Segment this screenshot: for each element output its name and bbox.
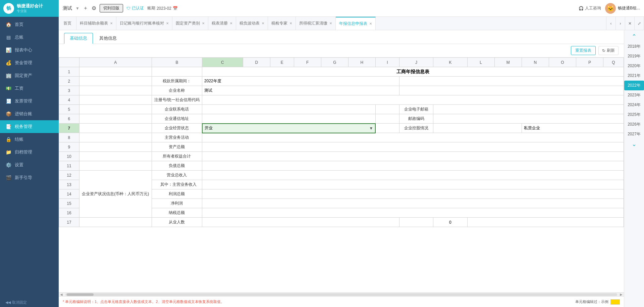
cell-I17[interactable] <box>399 218 433 227</box>
year-item-2025[interactable]: 2025年 <box>624 110 644 120</box>
col-header-A[interactable]: A <box>79 58 152 67</box>
col-header-G[interactable]: G <box>321 58 348 67</box>
cell-A8[interactable] <box>79 133 152 142</box>
cell-A4[interactable] <box>79 95 152 105</box>
calendar-icon[interactable]: 📅 <box>173 6 178 11</box>
cell-B14[interactable]: 利润总额 <box>152 189 202 199</box>
cell-C6[interactable] <box>202 114 376 124</box>
tab-income-tax[interactable]: 所得税汇算清缴 ✕ <box>296 17 336 30</box>
cell-B11[interactable]: 负债总额 <box>152 161 202 171</box>
switch-old-version-button[interactable]: 切到旧版 <box>100 4 123 12</box>
cell-A11[interactable] <box>79 161 152 171</box>
col-header-E[interactable]: E <box>270 58 294 67</box>
tab-close-icon[interactable]: ✕ <box>369 22 372 26</box>
sidebar-item-invoice[interactable]: 🧾 发票管理 <box>0 95 59 107</box>
cell-J7[interactable]: 企业控股情况 <box>399 124 433 133</box>
tab-next-btn[interactable]: › <box>616 17 625 30</box>
cell-B12[interactable]: 营业总收入 <box>152 171 202 180</box>
sidebar-item-asset[interactable]: 🏢 固定资产 <box>0 69 59 82</box>
tab-expand-btn[interactable]: ⤢ <box>635 17 644 30</box>
tab-close-icon[interactable]: ✕ <box>329 21 332 25</box>
sidebar-item-payroll[interactable]: 💵 工资 <box>0 82 59 95</box>
dropdown-arrow-icon[interactable]: ▼ <box>75 6 79 11</box>
tab-close-icon[interactable]: ✕ <box>289 21 292 25</box>
sidebar-item-fund[interactable]: 💰 资金管理 <box>0 56 59 69</box>
cell-C14[interactable] <box>202 189 624 199</box>
user-menu[interactable]: 🐱 畅捷通B组... <box>605 3 640 14</box>
tab-journal[interactable]: 日记账与银行对账单核对 ✕ <box>116 17 172 30</box>
cell-B2[interactable]: 税款所属期间： <box>152 77 202 86</box>
year-item-2026[interactable]: 2026年 <box>624 120 644 129</box>
col-header-O[interactable]: O <box>549 58 576 67</box>
sidebar-item-home[interactable]: 🏠 首页 <box>0 18 59 31</box>
col-header-F[interactable]: F <box>294 58 321 67</box>
col-header-D[interactable]: D <box>243 58 270 67</box>
year-panel-down-btn[interactable]: ⌄ <box>630 139 638 149</box>
col-header-C[interactable]: C <box>202 58 243 67</box>
tab-aux-balance[interactable]: 科目辅助余额表 ✕ <box>76 17 116 30</box>
cell-B15[interactable]: 净利润 <box>152 199 202 208</box>
cell-C9[interactable] <box>202 142 624 152</box>
sidebar-item-archive[interactable]: 📁 归档管理 <box>0 146 59 159</box>
cell-J17[interactable]: 0 <box>433 218 467 227</box>
cell-B13[interactable]: 其中：主营业务收入 <box>152 180 202 189</box>
cell-I5[interactable] <box>375 105 399 114</box>
col-header-H[interactable]: H <box>348 58 375 67</box>
cell-J6[interactable]: 邮政编码 <box>399 114 433 124</box>
col-header-Q[interactable]: Q <box>603 58 624 67</box>
cell-J3[interactable] <box>399 86 624 95</box>
cell-C5[interactable] <box>202 105 376 114</box>
settings-btn-icon[interactable]: ⚙ <box>92 5 96 11</box>
sidebar-item-ledger[interactable]: ▤ 总账 <box>0 31 59 44</box>
scroll-thumb[interactable] <box>67 293 94 296</box>
tab-close-icon[interactable]: ✕ <box>202 21 205 25</box>
sidebar-item-settings[interactable]: ⚙️ 设置 <box>0 159 59 171</box>
sidebar-item-guide[interactable]: 🎬 新手引导 <box>0 171 59 184</box>
year-item-2027[interactable]: 2027年 <box>624 129 644 139</box>
cell-A3[interactable] <box>79 86 152 95</box>
cell-A5[interactable] <box>79 105 152 114</box>
sub-tab-other[interactable]: 其他信息 <box>94 33 122 44</box>
cell-K17[interactable] <box>467 218 624 227</box>
year-item-2021[interactable]: 2021年 <box>624 71 644 81</box>
cell-C10[interactable] <box>202 152 624 161</box>
cell-J2[interactable] <box>399 77 624 86</box>
cell-C11[interactable] <box>202 161 624 171</box>
cell-K7[interactable] <box>433 124 522 133</box>
cell-C1-title[interactable]: 工商年报信息表 <box>202 67 624 77</box>
tab-prev-btn[interactable]: ‹ <box>606 17 616 30</box>
cell-I7[interactable] <box>375 124 399 133</box>
year-item-2020[interactable]: 2020年 <box>624 61 644 71</box>
tab-tax-form[interactable]: 税表清册 ✕ <box>208 17 236 30</box>
cell-B10[interactable]: 所有者权益合计 <box>152 152 202 161</box>
sidebar-item-close[interactable]: 🔒 结账 <box>0 133 59 146</box>
cell-C2[interactable]: 2022年度 <box>202 77 399 86</box>
sidebar-item-tax[interactable]: 📑 税务管理 <box>0 120 59 133</box>
year-panel-up-btn[interactable]: ⌃ <box>630 32 638 42</box>
cell-B7[interactable]: 企业经营状态 <box>152 124 202 133</box>
add-tab-icon[interactable]: ＋ <box>83 5 88 12</box>
cell-C16[interactable] <box>202 208 624 218</box>
cell-B3[interactable]: 企业名称 <box>152 86 202 95</box>
cell-A7[interactable] <box>79 124 152 133</box>
cell-K6[interactable] <box>433 114 624 124</box>
scroll-track[interactable] <box>65 293 617 296</box>
cell-C15[interactable] <box>202 199 624 208</box>
cell-C3[interactable]: 测试 <box>202 86 399 95</box>
cell-N7[interactable]: 私营企业 <box>522 124 624 133</box>
tab-close-icon[interactable]: ✕ <box>110 21 113 25</box>
cell-A10[interactable] <box>79 152 152 161</box>
cell-B9[interactable]: 资产总额 <box>152 142 202 152</box>
tab-home[interactable]: 首页 <box>59 17 76 30</box>
sub-tab-basic[interactable]: 基础信息 <box>64 33 93 44</box>
cell-C13[interactable] <box>202 180 624 189</box>
tab-tax-expert[interactable]: 税检专家 ✕ <box>268 17 296 30</box>
cell-A17[interactable] <box>79 218 152 227</box>
year-item-2023[interactable]: 2023年 <box>624 90 644 100</box>
tab-close-icon[interactable]: ✕ <box>230 21 232 25</box>
col-header-B[interactable]: B <box>152 58 202 67</box>
cell-B4[interactable]: 注册号/统一社会信用代码 <box>152 95 202 105</box>
sidebar-item-report[interactable]: 📊 报表中心 <box>0 44 59 56</box>
cell-B6[interactable]: 企业通信地址 <box>152 114 202 124</box>
horizontal-scrollbar[interactable]: ◄ ► <box>59 292 624 296</box>
